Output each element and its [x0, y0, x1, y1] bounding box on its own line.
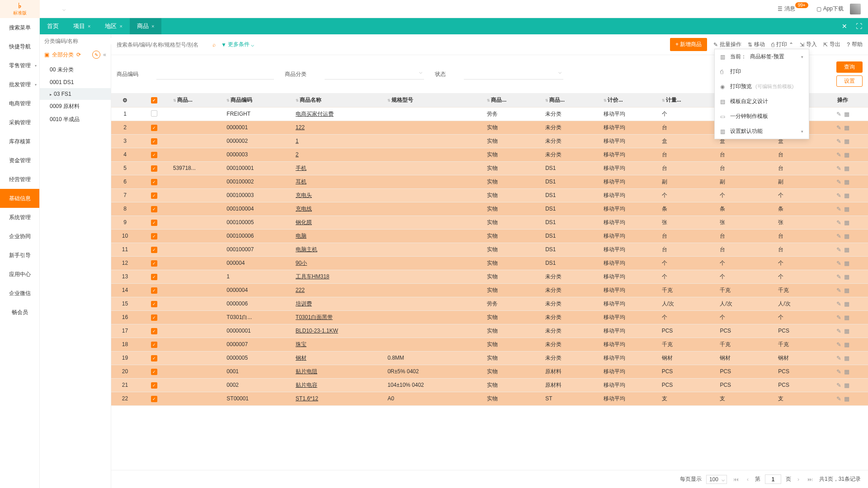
edit-icon[interactable]: ✎ [836, 341, 841, 348]
more-icon[interactable]: ▦ [844, 382, 849, 389]
more-icon[interactable]: ▦ [844, 328, 849, 334]
checkbox-icon[interactable]: ✓ [151, 301, 157, 307]
table-row[interactable]: 7✓000100003充电头实物DS1移动平均个个个✎▦ [111, 188, 868, 202]
sidebar-item[interactable]: 库存核算 [0, 132, 39, 151]
checkbox-icon[interactable]: ✓ [151, 152, 157, 158]
sidebar-item[interactable]: 新手引导 [0, 246, 39, 265]
tab[interactable]: 商品× [130, 18, 161, 34]
column-spec[interactable]: ⇅规格型号 [384, 94, 483, 107]
more-icon[interactable]: ▦ [844, 192, 849, 199]
product-name-link[interactable]: 培训费 [296, 300, 312, 307]
search-input[interactable] [117, 39, 207, 51]
more-icon[interactable]: ▦ [844, 178, 849, 185]
checkbox-icon[interactable]: ✓ [151, 396, 157, 402]
first-page-icon[interactable]: ⏮ [731, 476, 741, 483]
checkbox-icon[interactable]: ✓ [151, 369, 157, 375]
help-button[interactable]: ?帮助 [847, 41, 863, 48]
checkbox-icon[interactable]: ✓ [151, 233, 157, 239]
export-button[interactable]: ⇱导出 [823, 41, 840, 48]
product-name-link[interactable]: ST1.6*12 [296, 395, 318, 402]
checkbox-icon[interactable]: ✓ [151, 274, 157, 280]
product-name-link[interactable]: 珠宝 [296, 341, 307, 347]
more-icon[interactable]: ▦ [844, 206, 849, 212]
more-icon[interactable]: ▦ [844, 151, 849, 158]
tree-node[interactable]: ▸03 FS1 [40, 88, 111, 100]
bulk-action-button[interactable]: ✎批量操作 [713, 41, 741, 48]
edit-icon[interactable]: ✎ [836, 368, 841, 375]
tab[interactable]: 地区× [98, 18, 129, 34]
sidebar-item[interactable]: 企业微信 [0, 284, 39, 303]
table-row[interactable]: 15✓0000006培训费劳务未分类移动平均人/次人/次人/次✎▦ [111, 297, 868, 310]
add-product-button[interactable]: + 新增商品 [670, 38, 707, 51]
checkbox-icon[interactable]: ✓ [151, 220, 157, 226]
tab[interactable]: 项目× [66, 18, 98, 34]
next-page-icon[interactable]: › [796, 476, 801, 483]
more-icon[interactable]: ▦ [844, 233, 849, 239]
tree-node[interactable]: 0001 DS1 [40, 76, 111, 88]
checkbox-icon[interactable]: ✓ [151, 138, 157, 145]
fullscreen-icon[interactable]: ⛶ [854, 21, 864, 32]
product-name-link[interactable]: 90小 [296, 260, 307, 266]
edit-icon[interactable]: ✎ [836, 260, 841, 267]
prev-page-icon[interactable]: ‹ [745, 476, 750, 483]
product-name-link[interactable]: 1 [296, 138, 299, 144]
one-minute-template-action[interactable]: ▭ 一分钟制作模板 [715, 109, 809, 124]
more-icon[interactable]: ▦ [844, 300, 849, 307]
product-name-link[interactable]: 充电线 [296, 206, 312, 212]
checkbox-icon[interactable]: ✓ [151, 328, 157, 334]
table-row[interactable]: 18✓0000007珠宝实物未分类移动平均千克千克千克✎▦ [111, 338, 868, 351]
product-name-link[interactable]: 钢化膜 [296, 219, 312, 225]
product-name-link[interactable]: 手机 [296, 165, 307, 171]
edit-icon[interactable]: ✎ [836, 273, 841, 280]
edit-icon[interactable]: ✎ [836, 300, 841, 307]
more-icon[interactable]: ▦ [844, 138, 849, 145]
edit-icon[interactable]: ✎ [836, 382, 841, 389]
checkbox-icon[interactable]: ✓ [151, 355, 157, 361]
product-name-link[interactable]: 耳机 [296, 178, 307, 185]
product-name-link[interactable]: BLD10-23-1.1KW [296, 328, 338, 334]
import-button[interactable]: ⇲导入 [800, 41, 817, 48]
more-icon[interactable]: ▦ [844, 355, 849, 361]
more-icon[interactable]: ▦ [844, 314, 849, 321]
table-row[interactable]: 13✓1工具车HM318实物未分类移动平均个个个✎▦ [111, 270, 868, 283]
template-custom-action[interactable]: ▤ 模板自定义设计 [715, 94, 809, 109]
sidebar-item[interactable]: 经营管理 [0, 170, 39, 189]
edit-icon[interactable]: ✎ [836, 246, 841, 253]
sidebar-item[interactable]: 搜索菜单 [0, 18, 39, 37]
table-row[interactable]: 11✓000100007电脑主机实物DS1移动平均台台台✎▦ [111, 243, 868, 256]
table-row[interactable]: 4✓00000032实物未分类移动平均台台台✎▦ [111, 148, 868, 161]
refresh-icon[interactable]: ⟳ [76, 52, 81, 58]
more-icon[interactable]: ▦ [844, 287, 849, 294]
sidebar-item[interactable]: 资金管理 [0, 151, 39, 170]
column-code[interactable]: ⇅商品编码 [223, 94, 292, 107]
table-row[interactable]: 9✓000100005钢化膜实物DS1移动平均张张张✎▦ [111, 216, 868, 229]
product-name-link[interactable]: 工具车HM318 [296, 273, 330, 280]
column-select-all[interactable]: ✓ [139, 94, 170, 107]
product-name-link[interactable]: 贴片电阻 [296, 368, 317, 375]
sidebar-item[interactable]: 电商管理 [0, 94, 39, 113]
checkbox-icon[interactable]: ✓ [151, 342, 157, 348]
column-pricing[interactable]: ⇅计价... [600, 94, 658, 107]
tree-all-label[interactable]: 全部分类 [52, 51, 74, 59]
set-default-action[interactable]: ▥ 设置默认功能 ▾ [715, 124, 809, 139]
sidebar-item[interactable]: 零售管理▾ [0, 56, 39, 75]
sidebar-item[interactable]: 快捷导航 [0, 37, 39, 56]
sidebar-item[interactable]: 应用中心 [0, 265, 39, 284]
notifications-button[interactable]: ☰ 消息 99+ [778, 5, 810, 13]
table-row[interactable]: 22✓ST00001ST1.6*12A0实物ST移动平均支支支✎▦ [111, 392, 868, 405]
checkbox-icon[interactable]: ✓ [151, 192, 157, 199]
edit-icon[interactable]: ✎ [836, 328, 841, 334]
column-unit[interactable]: ⇅计量... [658, 94, 717, 107]
edit-icon[interactable]: ✎ [836, 165, 841, 172]
per-page-select[interactable]: 100 [706, 475, 727, 484]
last-page-icon[interactable]: ⏭ [806, 476, 815, 483]
move-button[interactable]: ⇅移动 [748, 41, 765, 48]
search-icon[interactable]: ⌕ [212, 42, 216, 48]
checkbox-icon[interactable]: ✓ [151, 179, 157, 185]
print-action[interactable]: ⎙ 打印 [715, 64, 809, 79]
more-icon[interactable]: ▦ [844, 246, 849, 253]
edit-icon[interactable]: ✎ [836, 178, 841, 185]
table-row[interactable]: 14✓0000004222实物未分类移动平均千克千克千克✎▦ [111, 283, 868, 297]
sidebar-item[interactable]: 基础信息 [0, 189, 39, 208]
edit-icon[interactable]: ✎ [836, 355, 841, 361]
